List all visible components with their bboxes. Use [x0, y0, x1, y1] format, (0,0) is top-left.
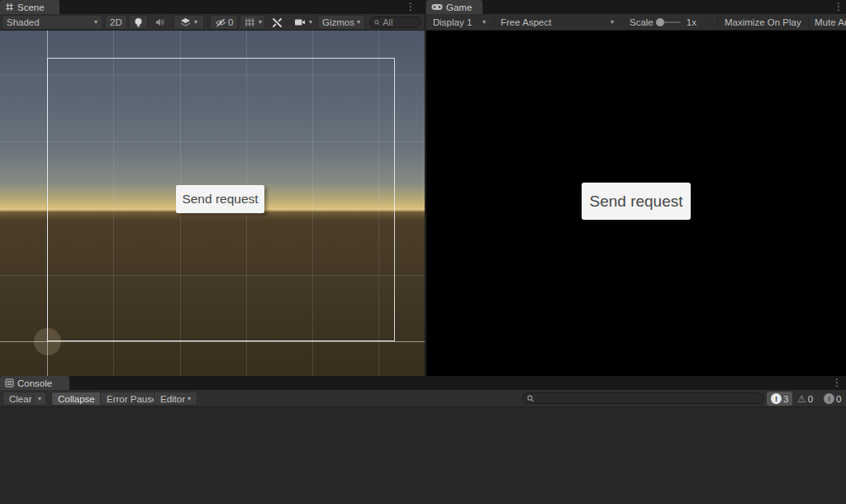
scene-grid-dropdown[interactable]: ▾ [240, 15, 267, 30]
chevron-down-icon: ▾ [38, 396, 41, 402]
hidden-objects-toggle[interactable]: 0 [210, 15, 238, 30]
info-count: 3 [783, 394, 788, 404]
scale-value: 1x [687, 17, 696, 27]
editor-dropdown[interactable]: Editor ▾ [154, 392, 197, 406]
grid-axes-icon [245, 17, 255, 27]
toolbar-separator [494, 17, 495, 28]
lightbulb-icon [134, 17, 143, 28]
chevron-down-icon: ▾ [309, 19, 312, 26]
game-tab-label: Game [446, 2, 472, 12]
2d-label: 2D [110, 17, 122, 27]
clear-dropdown-button[interactable]: ▾ [33, 392, 46, 406]
camera-icon [294, 18, 306, 26]
console-panel-menu-icon[interactable]: ⋮ [831, 377, 843, 389]
toolbar-separator [207, 17, 208, 28]
console-search-box[interactable] [522, 392, 764, 404]
scale-slider[interactable] [659, 21, 681, 23]
toolbar-separator [808, 17, 809, 28]
toolbar-separator [264, 17, 265, 28]
scene-effects-dropdown[interactable]: ▾ [173, 15, 204, 30]
scene-search-input[interactable] [383, 17, 416, 27]
scene-toolbar: Shaded ▾ 2D ▾ 0 ▾ [0, 14, 425, 31]
aspect-ratio-dropdown[interactable]: Free Aspect ▾ [496, 15, 619, 30]
game-panel-menu-icon[interactable]: ⋮ [833, 1, 844, 13]
unity-editor-window: Scene ⋮ Shaded ▾ 2D ▾ [0, 0, 846, 504]
scene-tab-label: Scene [17, 2, 45, 12]
console-lines-icon [5, 378, 14, 388]
error-filter-badge[interactable]: ! 0 [820, 392, 845, 406]
error-pause-label: Error Pause [107, 394, 157, 404]
scene-panel: Scene ⋮ Shaded ▾ 2D ▾ [0, 0, 425, 376]
scene-audio-toggle[interactable] [150, 15, 170, 30]
collapse-toggle[interactable]: Collapse [51, 392, 102, 406]
scene-grid-icon [5, 2, 14, 12]
console-panel: Console ⋮ Clear ▾ Collapse Error Pause E… [0, 376, 846, 504]
game-send-request-label: Send request [589, 193, 682, 211]
maximize-on-play-toggle[interactable]: Maximize On Play [720, 15, 806, 30]
maximize-on-play-label: Maximize On Play [725, 17, 801, 27]
tab-scene[interactable]: Scene [0, 0, 59, 14]
tab-console[interactable]: Console [0, 376, 69, 390]
chevron-down-icon: ▾ [482, 19, 486, 26]
scene-tools-button[interactable] [266, 15, 288, 30]
scene-tabbar: Scene ⋮ [0, 0, 425, 14]
aspect-label: Free Aspect [501, 17, 551, 27]
scene-send-request-button[interactable]: Send request [176, 185, 264, 213]
scene-send-request-label: Send request [182, 192, 258, 207]
effects-layers-icon [180, 17, 191, 27]
console-tabbar: Console ⋮ [0, 376, 846, 390]
eye-hidden-icon [215, 18, 226, 27]
console-search-input[interactable] [537, 393, 759, 403]
display-label: Display 1 [433, 17, 472, 27]
warning-count: 0 [808, 394, 813, 404]
chevron-down-icon: ▾ [259, 19, 262, 26]
scene-search-box[interactable] [369, 17, 421, 28]
scene-lighting-toggle[interactable] [128, 15, 148, 30]
editor-label: Editor [160, 394, 185, 404]
info-icon: ! [771, 393, 782, 404]
error-count: 0 [836, 394, 841, 404]
mute-audio-toggle[interactable]: Mute Audio [810, 15, 846, 30]
search-icon [374, 19, 380, 26]
canvas-edge-line [0, 341, 425, 342]
game-toolbar: Display 1 ▾ Free Aspect ▾ Scale 1x Maxim… [426, 14, 846, 31]
chevron-down-icon: ▾ [357, 19, 360, 26]
chevron-down-icon: ▾ [188, 396, 191, 402]
2d-toggle-button[interactable]: 2D [105, 15, 127, 30]
warning-icon: ⚠ [797, 394, 806, 404]
error-icon: ! [824, 393, 834, 404]
game-viewport[interactable]: Send request [426, 31, 846, 376]
collapse-label: Collapse [58, 394, 95, 404]
wrench-icon [272, 17, 283, 28]
shading-mode-label: Shaded [7, 17, 40, 27]
mute-audio-label: Mute Audio [815, 17, 846, 27]
canvas-edge-line [47, 31, 48, 376]
console-tab-label: Console [17, 378, 52, 388]
hidden-count-label: 0 [228, 17, 233, 27]
game-tabbar: Game ⋮ [426, 0, 846, 14]
scale-label: Scale [630, 17, 654, 27]
info-filter-badge[interactable]: ! 3 [767, 392, 792, 406]
scale-control: Scale 1x [625, 15, 701, 30]
search-icon [527, 395, 535, 402]
display-dropdown[interactable]: Display 1 ▾ [428, 15, 491, 30]
gizmos-dropdown[interactable]: Gizmos ▾ [317, 15, 365, 30]
game-send-request-button[interactable]: Send request [582, 183, 691, 220]
chevron-down-icon: ▾ [611, 19, 614, 26]
chevron-down-icon: ▾ [94, 19, 97, 26]
warning-filter-badge[interactable]: ⚠ 0 [793, 392, 817, 406]
clear-label: Clear [9, 394, 31, 404]
gamepad-icon [431, 3, 443, 11]
origin-handle-circle[interactable] [34, 328, 61, 355]
console-toolbar: Clear ▾ Collapse Error Pause Editor ▾ ! … [0, 390, 846, 407]
tab-game[interactable]: Game [426, 0, 482, 14]
gizmos-label: Gizmos [322, 17, 354, 27]
shading-mode-dropdown[interactable]: Shaded ▾ [2, 15, 102, 30]
toolbar-separator [717, 17, 718, 28]
scene-camera-dropdown[interactable]: ▾ [289, 15, 317, 30]
speaker-icon [155, 17, 165, 27]
scene-viewport[interactable]: Send request [0, 31, 425, 376]
scale-slider-knob[interactable] [656, 18, 664, 26]
scene-panel-menu-icon[interactable]: ⋮ [405, 1, 416, 13]
chevron-down-icon: ▾ [194, 19, 197, 26]
